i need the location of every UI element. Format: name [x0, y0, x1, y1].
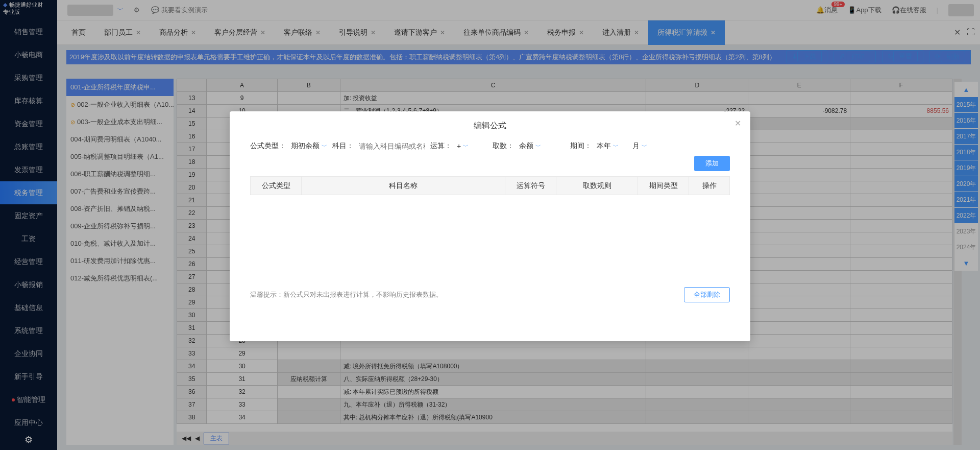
col-header: 运算符号 [505, 177, 556, 195]
hint-text: 温馨提示：新公式只对未出报表进行计算，不影响历史报表数据。 [250, 290, 443, 299]
add-button[interactable]: 添加 [694, 156, 730, 171]
col-header: 取数规则 [556, 177, 638, 195]
delete-all-button[interactable]: 全部删除 [684, 287, 730, 302]
period-year-select[interactable]: 本年﹀ [597, 141, 627, 151]
period-label: 期间： [570, 141, 592, 151]
formula-table: 公式类型科目名称运算符号取数规则期间类型操作 [250, 176, 730, 195]
close-icon[interactable]: ✕ [734, 119, 741, 128]
period-month-select[interactable]: 月﹀ [632, 141, 663, 151]
fetch-select[interactable]: 余额﹀ [519, 141, 565, 151]
chevron-down-icon: ﹀ [463, 143, 469, 150]
col-header: 科目名称 [302, 177, 505, 195]
fetch-label: 取数： [493, 141, 514, 151]
op-select[interactable]: +﹀ [457, 142, 487, 150]
col-header: 操作 [689, 177, 730, 195]
op-label: 运算： [430, 141, 452, 151]
subject-input[interactable] [359, 142, 425, 150]
col-header: 公式类型 [251, 177, 302, 195]
chevron-down-icon: ﹀ [322, 143, 327, 150]
chevron-down-icon: ﹀ [535, 143, 541, 150]
formula-type-select[interactable]: 期初余额﹀ [291, 141, 327, 151]
formula-type-label: 公式类型： [250, 141, 286, 151]
modal-title: 编辑公式 ✕ [230, 111, 750, 138]
edit-formula-modal: 编辑公式 ✕ 公式类型： 期初余额﹀ 科目： 运算： +﹀ 取数： 余额﹀ 期间… [230, 111, 750, 341]
subject-label: 科目： [332, 141, 354, 151]
chevron-down-icon: ﹀ [642, 143, 647, 150]
col-header: 期间类型 [638, 177, 689, 195]
chevron-down-icon: ﹀ [613, 143, 619, 150]
